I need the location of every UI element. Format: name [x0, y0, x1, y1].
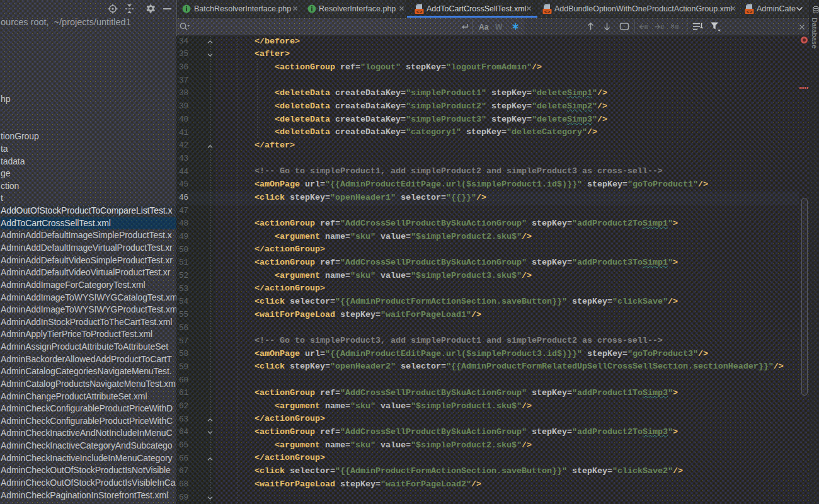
svg-text:<>: <> [416, 9, 423, 14]
svg-text:<>: <> [747, 9, 753, 14]
svg-text:<>: <> [544, 9, 551, 14]
